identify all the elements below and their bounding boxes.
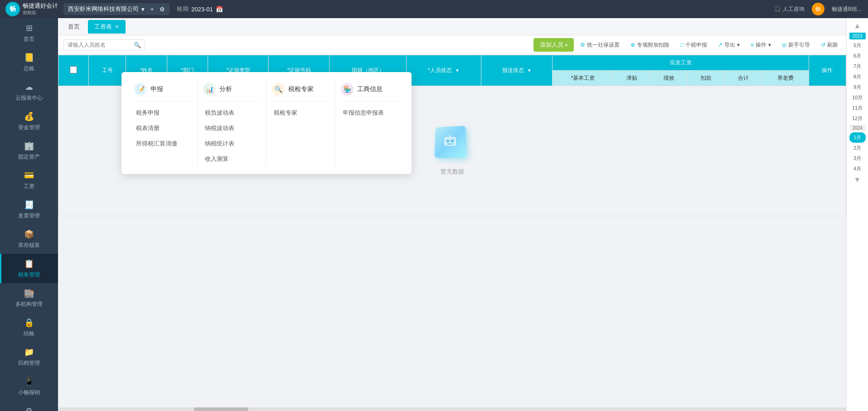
add-person-button[interactable]: 添加人员 ▾: [533, 38, 574, 52]
sidebar-item-multi[interactable]: 🏬 多机构管理: [0, 283, 58, 313]
dropdown-item-annual-report[interactable]: 年报信息申报表: [341, 105, 399, 121]
dropdown-item-income-calc[interactable]: 收入测算: [203, 151, 261, 167]
taxexpert-title: 税检专家: [288, 85, 314, 93]
timeline-month-1[interactable]: 1月: [849, 132, 866, 143]
dropdown-item-tax-form[interactable]: 税表清册: [134, 121, 192, 136]
dropdown-item-tax-filing[interactable]: 税务申报: [134, 105, 192, 121]
table-wrap: 工号 *姓名 *部门 *证据类型 *证据号码 国籍（地区） *人员状态 ▼ 报送…: [58, 55, 846, 411]
sidebar-item-salary[interactable]: 💳 工资: [0, 165, 58, 195]
timeline-month-2[interactable]: 2月: [847, 143, 868, 153]
table-header-submit-status: 报送状态 ▼: [481, 55, 553, 86]
sidebar-item-tax[interactable]: 📋 税务管理: [0, 254, 58, 283]
dropdown-item-tax-burden[interactable]: 税负波动表: [203, 105, 261, 121]
tax-dropdown-menu: 📝 申报 税务申报 税表清册 所得税汇算清缴 📊 分析 税负波动表 纳税波动表 …: [121, 72, 412, 174]
dropdown-header-shenbi: 📝 申报: [134, 79, 192, 102]
sidebar-label-home: 首页: [24, 35, 34, 43]
biz-section-icon: 🏪: [341, 83, 354, 96]
refresh-btn[interactable]: ↺ 刷新: [818, 39, 841, 51]
company-selector[interactable]: 西安虾米网络科技有限公司 ▾ ＋ ⚙: [63, 3, 170, 15]
tax-icon: 📋: [24, 258, 34, 269]
timeline-month-8[interactable]: 8月: [847, 72, 868, 82]
timeline-month-10[interactable]: 10月: [847, 92, 868, 103]
sidebar-item-close[interactable]: 🔒 结账: [0, 313, 58, 342]
social-insurance-label: 统一社保设置: [587, 41, 620, 49]
special-deduction-btn[interactable]: ⊕ 专项附加扣除: [628, 39, 672, 51]
export-btn[interactable]: ↗ 导出 ▾: [715, 39, 742, 51]
guide-btn[interactable]: ◎ 新手引导: [779, 39, 813, 51]
logo-app-sub: 旗舰版: [23, 10, 58, 16]
help-button[interactable]: 🎧 人工咨询: [774, 5, 805, 13]
sidebar-item-cloud[interactable]: ☁ 云报表中心: [0, 77, 58, 106]
sidebar-item-home[interactable]: ⊞ 首页: [0, 18, 58, 48]
sidebar-label-fund: 资金管理: [18, 124, 40, 131]
table-header-deduction: 扣款: [688, 71, 725, 86]
search-icon: 🔍: [134, 42, 141, 48]
timeline-month-11[interactable]: 11月: [847, 103, 868, 113]
table-header-payroll-group: 应发工资: [553, 55, 809, 71]
select-all-checkbox[interactable]: [70, 66, 77, 73]
sidebar-item-invoice[interactable]: 🧾 发票管理: [0, 195, 58, 224]
search-input[interactable]: [68, 42, 131, 48]
timeline-year-2024-badge: 2024: [849, 125, 866, 131]
sidebar-label-cloud: 云报表中心: [15, 94, 43, 102]
search-wrap: 🔍: [63, 39, 145, 51]
filter-icon-submit[interactable]: ▼: [527, 68, 532, 73]
table-header-checkbox[interactable]: [58, 55, 89, 86]
tab-home[interactable]: 首页: [62, 20, 86, 34]
timeline-month-7[interactable]: 7月: [847, 61, 868, 72]
tax-filing-btn[interactable]: □ 个税申报: [678, 39, 710, 51]
empty-cube-icon: [434, 126, 466, 158]
archive-icon: 📁: [24, 347, 34, 358]
export-label: 导出: [724, 41, 735, 49]
sidebar-item-ledger[interactable]: 📒 总账: [0, 48, 58, 77]
sidebar-item-settings[interactable]: ⚙ 基础设置: [0, 401, 58, 411]
logo-app-name: 畅捷通好会计: [23, 2, 58, 10]
timeline-month-4[interactable]: 4月: [847, 164, 868, 174]
timeline-down-arrow[interactable]: ▼: [854, 174, 861, 186]
timeline-month-5[interactable]: 5月: [847, 40, 868, 51]
refresh-label: 刷新: [827, 41, 838, 49]
sidebar: ⊞ 首页 📒 总账 ☁ 云报表中心 💰 资金管理 🏢 固定资产 💳 工资 🧾 发…: [0, 18, 58, 411]
social-insurance-btn[interactable]: ⚙ 统一社保设置: [577, 39, 622, 51]
add-person-label: 添加人员: [540, 41, 563, 49]
sidebar-item-promo[interactable]: 📱 小畅报销: [0, 372, 58, 401]
ledger-icon: 📒: [24, 52, 34, 63]
company-name: 西安虾米网络科技有限公司: [68, 5, 139, 13]
calendar-icon[interactable]: 📅: [216, 6, 223, 13]
sidebar-item-fund[interactable]: 💰 资金管理: [0, 106, 58, 136]
sidebar-item-archive[interactable]: 📁 归档管理: [0, 342, 58, 372]
timeline-month-12[interactable]: 12月: [847, 113, 868, 124]
timeline-month-6[interactable]: 6月: [847, 51, 868, 61]
plus-icon[interactable]: ＋: [149, 5, 155, 13]
dropdown-item-tax-annual[interactable]: 所得税汇算清缴: [134, 136, 192, 151]
table-header-operation: 操作: [809, 55, 846, 86]
dropdown-item-taxexpert[interactable]: 税检专家: [272, 105, 330, 121]
tab-close-icon[interactable]: ✕: [115, 24, 119, 30]
operation-btn[interactable]: ≡ 操作 ▾: [748, 39, 774, 51]
timeline-up-arrow[interactable]: ▲: [854, 20, 861, 32]
user-name[interactable]: 畅捷通B组…: [832, 5, 863, 13]
sidebar-item-inventory[interactable]: 📦 库存核算: [0, 224, 58, 254]
dropdown-item-tax-wave[interactable]: 纳税波动表: [203, 121, 261, 136]
analysis-title: 分析: [219, 85, 232, 93]
timeline-month-9[interactable]: 9月: [847, 82, 868, 92]
timeline-month-3[interactable]: 3月: [847, 153, 868, 164]
timeline-year-2023-badge: 2023: [849, 33, 866, 39]
horizontal-scrollbar-track[interactable]: [58, 407, 846, 411]
sidebar-label-promo: 小畅报销: [18, 389, 40, 396]
horizontal-scrollbar-thumb[interactable]: [194, 407, 248, 411]
dropdown-section-analysis: 📊 分析 税负波动表 纳税波动表 纳税统计表 收入测算: [198, 79, 267, 167]
dropdown-header-taxexpert: 🔍 税检专家: [272, 79, 330, 102]
settings-icon[interactable]: ⚙: [160, 6, 165, 13]
tab-salary[interactable]: 工资表 ✕: [88, 20, 126, 34]
fund-icon: 💰: [24, 111, 34, 122]
empty-icon-wrap: [434, 126, 470, 162]
table-header-performance: 绩效: [650, 71, 688, 86]
guide-toolbar-icon: ◎: [782, 42, 786, 48]
shenbi-title: 申报: [150, 85, 163, 93]
period-info: 账期 2023-01 📅: [177, 5, 223, 13]
cloud-icon: ☁: [24, 82, 34, 92]
dropdown-item-tax-stats[interactable]: 纳税统计表: [203, 136, 261, 151]
sidebar-item-asset[interactable]: 🏢 固定资产: [0, 136, 58, 165]
filter-icon-status[interactable]: ▼: [455, 68, 460, 73]
